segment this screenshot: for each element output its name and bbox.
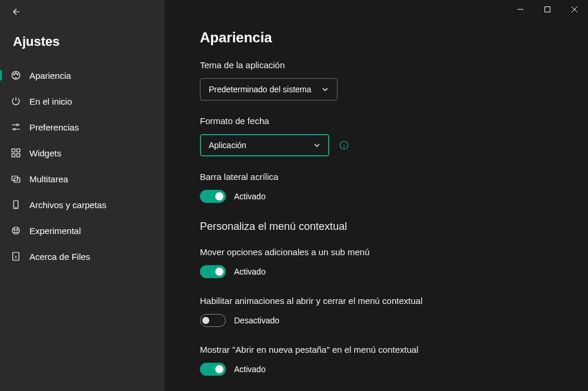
sidebar-item-experimental[interactable]: Experimental [0, 218, 165, 243]
sidebar-item-label: Acerca de Files [29, 252, 90, 262]
sidebar-item-multitarea[interactable]: Multitarea [0, 166, 165, 192]
widgets-icon [11, 148, 21, 158]
theme-select-value: Predeterminado del sistema [209, 85, 311, 94]
back-arrow-icon[interactable] [11, 7, 20, 16]
theme-label: Tema de la aplicación [200, 60, 553, 70]
sidebar-item-en-el-inicio[interactable]: En el inicio [0, 88, 165, 114]
date-format-value: Aplicación [209, 141, 246, 150]
anim-label: Habilitar animaciones al abrir y cerrar … [200, 296, 553, 306]
titlebar-left [0, 0, 165, 24]
newtab-label: Mostrar "Abrir en nueva pestaña" en el m… [200, 345, 553, 355]
sidebar-item-label: Experimental [29, 226, 81, 236]
date-format-label: Formato de fecha [200, 116, 553, 126]
sidebar-nav: Apariencia En el inicio Preferencias Wid… [0, 62, 165, 269]
svg-rect-7 [17, 149, 20, 152]
palette-icon [11, 70, 21, 81]
svg-point-15 [14, 229, 15, 230]
sidebar: Ajustes Apariencia En el inicio Preferen… [0, 0, 165, 391]
svg-rect-11 [14, 178, 20, 183]
svg-point-2 [15, 72, 16, 73]
svg-rect-21 [545, 7, 550, 12]
newtab-toggle[interactable] [200, 363, 226, 376]
acrylic-toggle[interactable] [200, 190, 226, 203]
sidebar-title: Ajustes [0, 24, 165, 62]
submenu-label: Mover opciones adicionales a un sub menú [200, 247, 553, 257]
submenu-state: Activado [234, 267, 266, 276]
page-title: Apariencia [200, 29, 553, 46]
maximize-button[interactable] [534, 0, 561, 19]
sidebar-item-acerca[interactable]: Acerca de Files [0, 243, 165, 269]
device-icon [11, 199, 21, 210]
svg-point-5 [14, 128, 15, 130]
svg-point-4 [16, 124, 18, 126]
content: Apariencia Tema de la aplicación Predete… [165, 24, 588, 391]
minimize-button[interactable] [507, 0, 534, 19]
flask-icon [11, 225, 21, 236]
power-icon [11, 96, 21, 106]
svg-rect-8 [12, 154, 15, 157]
acrylic-label: Barra lateral acrílica [200, 172, 553, 182]
anim-toggle[interactable] [200, 314, 226, 327]
svg-rect-9 [17, 154, 20, 157]
sidebar-item-preferencias[interactable]: Preferencias [0, 114, 165, 140]
info-file-icon [11, 251, 21, 262]
svg-point-1 [14, 74, 15, 75]
svg-point-14 [12, 227, 19, 234]
newtab-state: Activado [234, 365, 266, 374]
theme-select[interactable]: Predeterminado del sistema [200, 78, 338, 101]
svg-point-3 [17, 74, 18, 75]
sidebar-item-label: Widgets [29, 148, 61, 158]
chevron-down-icon [313, 142, 320, 149]
svg-rect-10 [12, 176, 18, 181]
sidebar-item-label: Multitarea [29, 174, 68, 184]
sidebar-item-label: Apariencia [29, 71, 71, 81]
chevron-down-icon [322, 86, 329, 93]
sidebar-item-apariencia[interactable]: Apariencia [0, 62, 165, 88]
sliders-icon [11, 122, 21, 132]
svg-point-16 [16, 229, 18, 230]
svg-rect-6 [12, 149, 15, 152]
context-menu-section-title: Personaliza el menú contextual [200, 220, 553, 233]
sidebar-item-archivos[interactable]: Archivos y carpetas [0, 192, 165, 218]
date-format-select[interactable]: Aplicación [200, 134, 329, 156]
multitask-icon [11, 173, 21, 184]
close-button[interactable] [561, 0, 588, 19]
submenu-toggle[interactable] [200, 265, 226, 278]
sidebar-item-label: Archivos y carpetas [29, 200, 106, 210]
sidebar-item-label: En el inicio [29, 96, 72, 106]
sidebar-item-label: Preferencias [29, 122, 79, 132]
window-controls [165, 0, 588, 24]
info-icon[interactable] [339, 140, 349, 151]
acrylic-state: Activado [234, 192, 266, 201]
anim-state: Desactivado [234, 316, 279, 325]
main: Apariencia Tema de la aplicación Predete… [165, 0, 588, 391]
sidebar-item-widgets[interactable]: Widgets [0, 140, 165, 166]
